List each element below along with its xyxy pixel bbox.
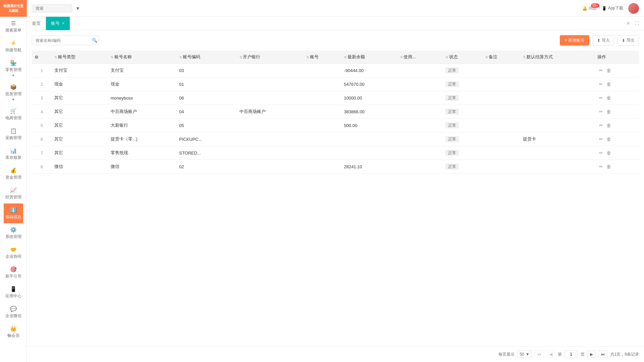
avatar[interactable] xyxy=(628,3,639,14)
sidebar-item-5[interactable]: 📋采购管理 xyxy=(4,124,23,144)
cell-actions: ✏🗑 xyxy=(595,160,639,174)
search-input[interactable] xyxy=(32,36,89,45)
delete-button-0[interactable]: 🗑 xyxy=(605,67,613,74)
import-button[interactable]: ⬆ 导入 xyxy=(593,35,614,46)
cell-usage xyxy=(397,91,443,105)
cell-balance: 500.00 xyxy=(341,119,397,132)
tab-1[interactable]: 账号✕ xyxy=(46,17,70,30)
edit-button-7[interactable]: ✏ xyxy=(597,163,605,170)
first-page-button[interactable]: ⏮ xyxy=(535,351,544,358)
sidebar-item-11[interactable]: 🤝企业协同 xyxy=(4,243,23,263)
sidebar-label-5: 采购管理 xyxy=(5,135,21,141)
logo-text: 畅捷通好生意 xyxy=(3,4,23,8)
sidebar-item-0[interactable]: ☰搜索菜单 xyxy=(4,17,23,37)
delete-button-1[interactable]: 🗑 xyxy=(605,81,613,87)
cell-code: 04 xyxy=(176,105,237,119)
sidebar-item-6[interactable]: 📊库存核算 xyxy=(4,144,23,164)
table-row: 2现金现金01547670.00正常✏🗑 xyxy=(32,77,639,91)
edit-button-3[interactable]: ✏ xyxy=(597,108,605,115)
sidebar-item-3[interactable]: 📦批发管理▼ xyxy=(4,80,23,105)
cell-type: 其它 xyxy=(52,132,108,146)
cell-default_settlement xyxy=(520,146,595,160)
sidebar-icon-15: 👑 xyxy=(10,325,17,332)
per-page-select[interactable]: 50 ▼ xyxy=(517,351,532,358)
app-download-label: App下载 xyxy=(608,5,623,11)
sidebar-item-12[interactable]: 🎯新手引导 xyxy=(4,263,23,283)
cell-actions: ✏🗑 xyxy=(595,105,639,119)
delete-button-6[interactable]: 🗑 xyxy=(605,149,613,156)
sidebar-item-14[interactable]: 💬企业微信 xyxy=(4,302,23,322)
add-account-button[interactable]: + 新增账号 xyxy=(560,35,589,46)
sidebar-label-4: 电商管理 xyxy=(5,115,21,121)
gear-icon[interactable]: ⚙ xyxy=(35,55,39,60)
col-header-default_settlement[interactable]: ⇅ 默认结算方式 xyxy=(520,51,595,64)
cell-status: 正常 xyxy=(443,146,483,160)
toolbar: 🔍 + 新增账号 ⬆ 导入 ⬇ 导出 xyxy=(32,35,639,46)
dropdown-button[interactable]: ▼ xyxy=(75,6,80,11)
sidebar-item-8[interactable]: 📈经营管理 xyxy=(4,184,23,203)
sidebar-item-2[interactable]: 🏪零售管理▼ xyxy=(4,56,23,80)
delete-button-2[interactable]: 🗑 xyxy=(605,95,613,101)
last-page-button[interactable]: ⏭ xyxy=(598,351,608,358)
sidebar-item-13[interactable]: 📱应用中心 xyxy=(4,283,23,302)
cell-default_settlement xyxy=(520,105,595,119)
cell-index: 5 xyxy=(32,119,52,132)
col-header-type[interactable]: ⇅ 账号类型 xyxy=(52,51,108,64)
top-search-input[interactable] xyxy=(32,4,72,12)
edit-button-5[interactable]: ✏ xyxy=(597,136,605,142)
col-header-account[interactable]: ⇅ 账号 xyxy=(304,51,341,64)
table-row: 7其它零售抵现STORED...正常✏🗑 xyxy=(32,146,639,160)
delete-button-7[interactable]: 🗑 xyxy=(605,163,613,170)
sidebar-item-9[interactable]: ℹ️基础信息 xyxy=(4,203,23,223)
edit-button-1[interactable]: ✏ xyxy=(597,81,605,87)
cell-usage xyxy=(397,64,443,77)
sidebar-label-6: 库存核算 xyxy=(5,155,21,161)
next-page-button[interactable]: ▶ xyxy=(587,351,596,358)
per-page-arrow: ▼ xyxy=(526,352,530,357)
sidebar-item-1[interactable]: ⚡快捷导航 xyxy=(4,37,23,56)
cell-index: 4 xyxy=(32,105,52,119)
col-header-status[interactable]: ⇅ 状态 xyxy=(443,51,483,64)
edit-button-6[interactable]: ✏ xyxy=(597,149,605,156)
tab-close-1[interactable]: ✕ xyxy=(62,21,65,25)
delete-button-5[interactable]: 🗑 xyxy=(605,136,613,142)
delete-button-4[interactable]: 🗑 xyxy=(605,122,613,129)
cell-index: 3 xyxy=(32,91,52,105)
sort-icon-type: ⇅ xyxy=(54,55,58,59)
sidebar-item-10[interactable]: ⚙️系统管理 xyxy=(4,223,23,243)
cell-type: 其它 xyxy=(52,91,108,105)
col-header-usage[interactable]: ⇅ 使用... xyxy=(397,51,443,64)
cell-balance: 383866.00 xyxy=(341,105,397,119)
export-button[interactable]: ⬇ 导出 xyxy=(618,35,639,46)
cell-default_settlement xyxy=(520,64,595,77)
sort-icon-account: ⇅ xyxy=(306,55,310,59)
edit-button-4[interactable]: ✏ xyxy=(597,122,605,129)
tab-0[interactable]: 首页 xyxy=(27,17,46,30)
delete-button-3[interactable]: 🗑 xyxy=(605,108,613,115)
sidebar-label-13: 应用中心 xyxy=(5,293,21,299)
cell-code: 06 xyxy=(176,91,237,105)
table-row: 8微信微信0228241.10正常✏🗑 xyxy=(32,160,639,174)
maximize-button[interactable]: ⛶ xyxy=(633,20,641,26)
sidebar-item-4[interactable]: 🛒电商管理 xyxy=(4,105,23,124)
sidebar-item-7[interactable]: 💰资金管理 xyxy=(4,164,23,184)
edit-button-0[interactable]: ✏ xyxy=(597,67,605,74)
col-header-name[interactable]: ⇅ 账号名称 xyxy=(108,51,176,64)
sidebar-label-12: 新手引导 xyxy=(5,274,21,279)
search-button[interactable]: 🔍 xyxy=(89,36,99,45)
col-header-code[interactable]: ⇅ 账号编码 xyxy=(176,51,237,64)
export-icon: ⬇ xyxy=(622,38,625,43)
col-header-bank[interactable]: ⇅ 开户银行 xyxy=(237,51,304,64)
col-header-balance[interactable]: ⇅ 最新余额 xyxy=(341,51,397,64)
prev-page-button[interactable]: ◀ xyxy=(547,351,555,358)
total-label: 共1页，8条记录 xyxy=(610,352,639,357)
sidebar-icon-6: 📊 xyxy=(10,147,17,154)
col-header-remark[interactable]: ⇅ 备注 xyxy=(483,51,520,64)
edit-button-2[interactable]: ✏ xyxy=(597,95,605,101)
sidebar-item-15[interactable]: 👑畅会员 xyxy=(4,322,23,342)
cell-usage xyxy=(397,132,443,146)
notification-button[interactable]: 🔔 消息 99+ xyxy=(582,5,597,11)
page-input[interactable] xyxy=(565,351,578,358)
close-tab-button[interactable]: ✕ xyxy=(625,20,632,26)
app-download-button[interactable]: 📱 App下载 xyxy=(602,5,623,11)
